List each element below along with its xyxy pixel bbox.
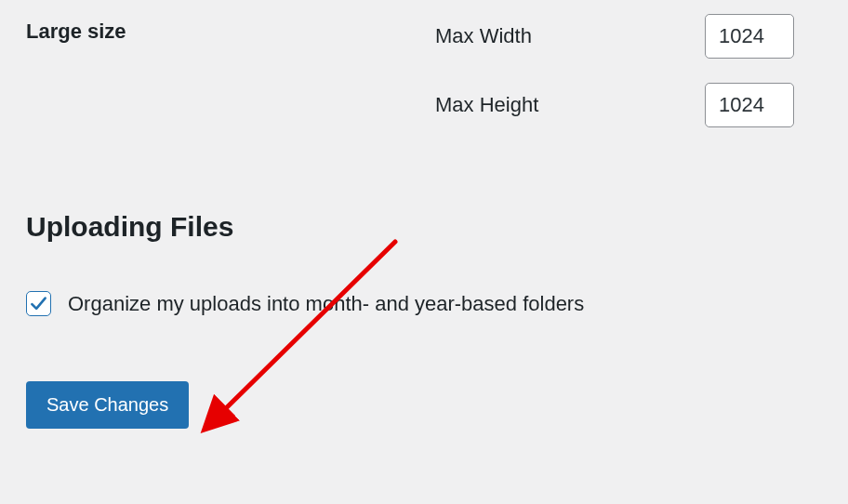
organize-uploads-checkbox[interactable] <box>26 291 51 316</box>
check-icon <box>30 295 47 312</box>
annotation-arrow-icon <box>200 237 414 437</box>
large-size-row: Large size Max Width Max Height <box>26 14 822 127</box>
max-width-field: Max Width <box>435 14 794 59</box>
large-size-label: Large size <box>26 14 435 44</box>
organize-uploads-row: Organize my uploads into month- and year… <box>26 291 822 316</box>
uploading-files-heading: Uploading Files <box>26 211 822 243</box>
max-width-input[interactable] <box>705 14 794 59</box>
save-changes-button[interactable]: Save Changes <box>26 381 189 429</box>
max-height-label: Max Height <box>435 93 705 117</box>
large-size-fields: Max Width Max Height <box>435 14 794 127</box>
svg-line-1 <box>220 242 395 414</box>
organize-uploads-label[interactable]: Organize my uploads into month- and year… <box>68 292 584 316</box>
max-width-label: Max Width <box>435 24 705 48</box>
max-height-field: Max Height <box>435 83 794 127</box>
max-height-input[interactable] <box>705 83 794 127</box>
